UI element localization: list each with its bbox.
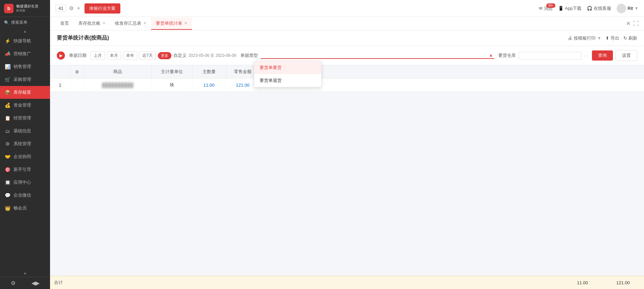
app-logo-text: 畅捷通好生意 标准版 — [16, 4, 39, 13]
tab-home[interactable]: 首页 — [55, 18, 74, 30]
sidebar-item-guide[interactable]: 🎯 新手引导 — [0, 163, 50, 176]
purchase-icon: 🛒 — [4, 77, 11, 82]
sales-icon: 📊 — [4, 64, 11, 69]
header-dropdown-arrow[interactable]: ▼ — [76, 6, 80, 11]
sidebar-item-operations[interactable]: 📋 经营管理 — [0, 112, 50, 125]
tab-order-stats[interactable]: 要货单统计表 ✕ — [151, 18, 192, 30]
page-actions: 🖨 按模板打印 ▼ ⬆ 导出 ↻ 刷新 — [568, 35, 637, 41]
wechat-icon: 💬 — [4, 193, 11, 198]
sidebar-item-label: 经营管理 — [14, 115, 31, 121]
table-settings-icon[interactable]: ⚙ — [75, 69, 79, 74]
tab-home-label: 首页 — [60, 20, 69, 26]
dropdown-item-purchase-order[interactable]: 要货单要货 — [254, 61, 321, 74]
sidebar-item-member[interactable]: 👑 畅会员 — [0, 202, 50, 215]
sidebar-item-label: 快捷导航 — [14, 38, 31, 44]
filter-last-7days[interactable]: 近7天 — [139, 51, 156, 60]
tab-close-all[interactable]: ✕ — [626, 20, 630, 27]
sidebar-search[interactable]: 🔍 搜索菜单 — [0, 17, 50, 28]
guide-icon: 🎯 — [4, 167, 11, 172]
data-table: ⚙ 商品 主计量单位 主数量 零售金额 1 ██████████ — [50, 65, 644, 92]
app-download-label: App下载 — [565, 5, 581, 12]
query-btn[interactable]: 查询 — [592, 50, 613, 61]
td-index: 1 — [50, 79, 70, 92]
filter-more-btn[interactable]: 更多 — [158, 52, 171, 59]
sidebar-item-finance[interactable]: 💰 资金管理 — [0, 99, 50, 112]
export-btn[interactable]: ⬆ 导出 — [605, 35, 619, 41]
sidebar-item-appstore[interactable]: 🔲 应用中心 — [0, 176, 50, 189]
sidebar-scroll-down[interactable]: ▼ — [0, 270, 50, 277]
filter-warehouse-group: 要货仓库 ··· — [498, 52, 588, 60]
filter-expand-btn[interactable]: ▶ — [57, 51, 65, 60]
filter-bar: ▶ 单据日期 上月 本月 本年 近7天 更多 自定义 2023-05-06 至 … — [50, 46, 644, 65]
sidebar-item-quick-nav[interactable]: ⚡ 快捷导航 — [0, 35, 50, 47]
sidebar-item-marketing[interactable]: 📣 营销推广 — [0, 47, 50, 60]
app-logo-icon: b — [4, 4, 14, 13]
tab-fullscreen[interactable]: ⛶ — [633, 21, 639, 27]
online-service-btn[interactable]: 🎧 在线客服 — [587, 5, 611, 12]
sidebar-item-enterprise[interactable]: 🤝 企业协同 — [0, 150, 50, 163]
sidebar-item-label: 库存核算 — [14, 89, 31, 95]
sidebar-scroll-up[interactable]: ▲ — [0, 28, 50, 35]
sidebar-nav: ⚡ 快捷导航 📣 营销推广 📊 销售管理 🛒 采购管理 📦 库存核算 💰 资金管… — [0, 35, 50, 270]
sidebar-item-wechat[interactable]: 💬 企业微信 — [0, 189, 50, 202]
warehouse-filter-input[interactable] — [519, 52, 581, 60]
footer-amount: 121.00 — [606, 280, 640, 285]
sidebar-item-sales[interactable]: 📊 销售管理 — [0, 60, 50, 73]
td-unit: 块 — [151, 79, 192, 92]
th-settings[interactable]: ⚙ — [70, 65, 84, 79]
tab-order-stats-label: 要货单统计表 — [156, 20, 182, 26]
print-icon: 🖨 — [568, 36, 572, 41]
refresh-btn[interactable]: ↻ 刷新 — [623, 35, 637, 41]
tab-collect-summary[interactable]: 收发存汇总表 ✕ — [110, 18, 151, 30]
settings-bottom-icon[interactable]: ⚙ — [11, 280, 16, 286]
filter-this-month[interactable]: 本月 — [107, 51, 121, 60]
content-area: 要货单统计表(按商品) 🖨 按模板打印 ▼ ⬆ 导出 ↻ 刷新 ▶ — [50, 30, 644, 289]
tab-order-stats-close[interactable]: ✕ — [184, 21, 187, 25]
industry-btn[interactable]: 体验行业方案 — [85, 3, 120, 14]
type-select-arrow[interactable]: ▲ — [489, 53, 493, 58]
main-area: 41 ⚙ ▼ 体验行业方案 ✉ 消息 99+ 📱 App下载 🎧 在线客服 — [50, 0, 644, 289]
filter-last-month[interactable]: 上月 — [91, 51, 105, 60]
collapse-sidebar-btn[interactable]: ◀▶ — [31, 280, 40, 286]
tab-collect-summary-label: 收发存汇总表 — [115, 20, 141, 26]
sidebar-item-basic[interactable]: 🗂 基础信息 — [0, 125, 50, 137]
filter-this-year[interactable]: 本年 — [123, 51, 137, 60]
print-dropdown-icon: ▼ — [597, 36, 601, 41]
filter-type-group: 单据类型 ▲ 要货单要货 要货单退货 — [240, 52, 494, 59]
sidebar-item-label: 资金管理 — [14, 102, 31, 108]
sidebar-item-label: 系统管理 — [14, 141, 31, 147]
sidebar-item-label: 新手引导 — [14, 166, 31, 173]
app-download-btn[interactable]: 📱 App下载 — [558, 5, 581, 12]
sidebar-item-label: 企业微信 — [14, 192, 31, 198]
dropdown-item-return-order[interactable]: 要货单退货 — [254, 74, 321, 87]
page-title: 要货单统计表(按商品) — [57, 35, 109, 42]
filter-custom-btn[interactable]: 自定义 — [173, 52, 187, 59]
sidebar-item-purchase[interactable]: 🛒 采购管理 — [0, 73, 50, 86]
tab-batch-account[interactable]: 库存批次账 ✕ — [74, 18, 110, 30]
sidebar-item-label: 销售管理 — [14, 64, 31, 70]
header-left: 41 ⚙ ▼ 体验行业方案 — [55, 3, 120, 14]
header-gear-icon[interactable]: ⚙ — [69, 5, 74, 12]
warehouse-more-icon[interactable]: ··· — [584, 53, 588, 58]
page-title-bar: 要货单统计表(按商品) 🖨 按模板打印 ▼ ⬆ 导出 ↻ 刷新 — [50, 30, 644, 46]
table-header-row: ⚙ 商品 主计量单位 主数量 零售金额 — [50, 65, 644, 79]
message-icon: ✉ — [539, 6, 543, 11]
sidebar-item-label: 采购管理 — [14, 76, 31, 83]
sidebar-item-label: 应用中心 — [14, 179, 31, 185]
print-btn[interactable]: 🖨 按模板打印 ▼ — [568, 35, 601, 41]
type-select-trigger[interactable]: ▲ — [261, 52, 494, 59]
inventory-icon: 📦 — [4, 90, 11, 95]
type-dropdown-menu: 要货单要货 要货单退货 — [254, 61, 321, 87]
operations-icon: 📋 — [4, 115, 11, 121]
message-btn[interactable]: ✉ 消息 99+ — [539, 5, 553, 12]
user-area[interactable]: Rit ▼ — [617, 4, 639, 13]
sidebar-item-label: 畅会员 — [14, 205, 27, 211]
sidebar-item-system[interactable]: ⚙ 系统管理 — [0, 137, 50, 150]
sidebar-item-inventory[interactable]: 📦 库存核算 — [0, 86, 50, 99]
settings-filter-btn[interactable]: 设置 — [616, 50, 637, 61]
tab-batch-account-close[interactable]: ✕ — [102, 21, 105, 25]
enterprise-icon: 🤝 — [4, 154, 11, 159]
appstore-icon: 🔲 — [4, 180, 11, 185]
td-settings — [70, 79, 84, 92]
tab-collect-summary-close[interactable]: ✕ — [143, 21, 146, 25]
